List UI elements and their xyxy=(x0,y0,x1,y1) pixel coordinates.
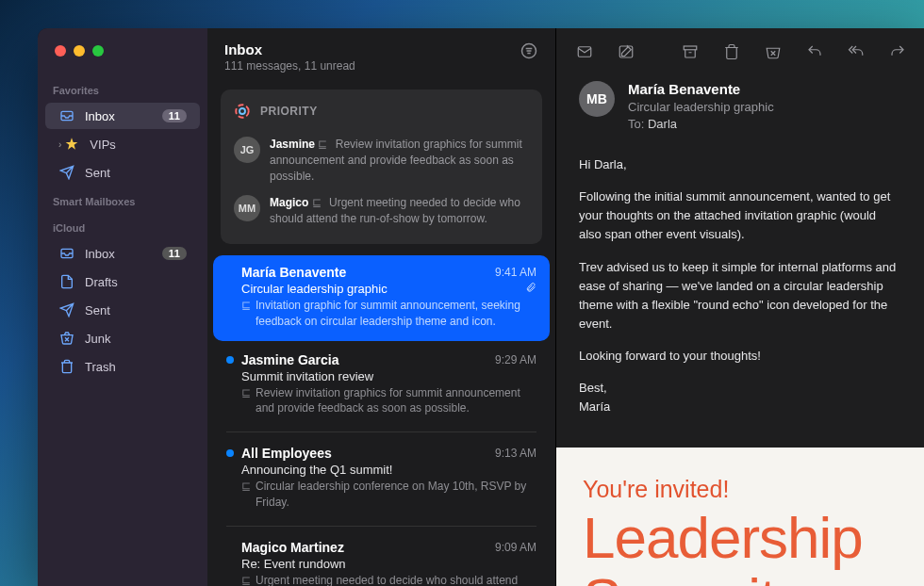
sidebar-item-drafts[interactable]: Drafts xyxy=(45,269,200,295)
priority-icon xyxy=(234,103,251,120)
junk-icon xyxy=(58,330,75,347)
junk-button[interactable] xyxy=(764,43,783,60)
priority-section: PRIORITY JG Jasmine ⊑ Review invitation … xyxy=(221,90,542,244)
sidebar-item-junk[interactable]: Junk xyxy=(45,325,200,351)
graphic-subtitle: You're invited! xyxy=(583,476,898,503)
sidebar-item-label: Inbox xyxy=(85,247,115,261)
maximize-window-button[interactable] xyxy=(92,45,104,57)
message-time: 9:29 AM xyxy=(495,353,536,366)
list-subtitle: 111 messages, 11 unread xyxy=(224,59,355,73)
sidebar-item-label: Junk xyxy=(85,332,110,346)
svg-point-4 xyxy=(239,108,245,114)
reader-toolbar xyxy=(556,28,924,75)
delete-button[interactable] xyxy=(722,43,741,60)
mail-app-window: Favorites Inbox 11 › VIPs Sent Smart Mai… xyxy=(38,28,924,586)
favorites-header: Favorites xyxy=(38,75,207,102)
window-controls xyxy=(38,45,207,75)
unread-indicator xyxy=(226,269,234,276)
sidebar-item-icloud-sent[interactable]: Sent xyxy=(45,297,200,323)
email-attachment-graphic: You're invited! Leadership Summit xyxy=(556,448,924,586)
sidebar: Favorites Inbox 11 › VIPs Sent Smart Mai… xyxy=(38,28,207,586)
message-subject: Circular leadership graphic xyxy=(241,282,536,296)
sidebar-item-trash[interactable]: Trash xyxy=(45,353,200,380)
sidebar-item-vips[interactable]: › VIPs xyxy=(45,131,200,157)
graphic-title: Leadership Summit xyxy=(583,507,898,586)
sent-icon xyxy=(58,164,75,181)
drafts-icon xyxy=(58,273,75,290)
message-preview: ⊑Review invitation graphics for summit a… xyxy=(241,385,536,417)
summary-icon: ⊑ xyxy=(312,196,322,209)
avatar: MM xyxy=(234,195,260,221)
message-subject: Re: Event rundown xyxy=(241,557,536,571)
inbox-icon xyxy=(58,107,75,124)
message-subject: Summit invitation review xyxy=(241,369,536,383)
filter-button[interactable] xyxy=(520,41,538,64)
star-icon xyxy=(63,136,80,153)
unread-indicator xyxy=(226,544,234,551)
sidebar-item-inbox[interactable]: Inbox 11 xyxy=(45,103,200,129)
sender-avatar: MB xyxy=(579,81,615,117)
sidebar-item-label: Sent xyxy=(85,303,110,317)
priority-text: Magico ⊑ Urgent meeting needed to decide… xyxy=(270,195,529,227)
icloud-header: iCloud xyxy=(38,213,207,239)
sidebar-item-icloud-inbox[interactable]: Inbox 11 xyxy=(45,240,200,267)
priority-text: Jasmine ⊑ Review invitation graphics for… xyxy=(270,137,529,184)
avatar: JG xyxy=(234,137,260,163)
priority-label: PRIORITY xyxy=(260,105,318,118)
summary-icon: ⊑ xyxy=(241,479,251,495)
minimize-window-button[interactable] xyxy=(74,45,85,57)
svg-rect-5 xyxy=(578,47,591,57)
unread-indicator xyxy=(226,356,234,364)
unread-badge: 11 xyxy=(162,247,187,260)
mark-unread-button[interactable] xyxy=(575,43,594,60)
summary-icon: ⊑ xyxy=(241,298,251,314)
forward-button[interactable] xyxy=(888,43,907,60)
email-recipients: To: Darla xyxy=(628,117,774,131)
priority-item[interactable]: JG Jasmine ⊑ Review invitation graphics … xyxy=(234,131,529,189)
divider xyxy=(226,526,536,527)
message-preview: ⊑Circular leadership conference on May 1… xyxy=(241,479,536,511)
email-from: María Benavente xyxy=(628,81,774,97)
sidebar-item-label: Trash xyxy=(85,360,116,374)
reply-all-button[interactable] xyxy=(847,43,866,60)
smart-mailboxes-header: Smart Mailboxes xyxy=(38,187,207,213)
reader-pane: MB María Benavente Circular leadership g… xyxy=(556,28,924,586)
email-body: Hi Darla, Following the initial summit a… xyxy=(556,146,924,440)
message-preview: ⊑Invitation graphic for summit announcem… xyxy=(241,298,536,330)
message-item[interactable]: All Employees 9:13 AM Announcing the Q1 … xyxy=(213,436,550,522)
sent-icon xyxy=(58,301,75,318)
inbox-icon xyxy=(58,245,75,262)
message-item[interactable]: Jasmine Garcia 9:29 AM Summit invitation… xyxy=(213,343,550,429)
message-preview: ⊑Urgent meeting needed to decide who sho… xyxy=(241,573,536,586)
archive-button[interactable] xyxy=(681,43,700,60)
email-header: MB María Benavente Circular leadership g… xyxy=(556,75,924,146)
sidebar-item-label: Inbox xyxy=(85,109,115,123)
message-time: 9:09 AM xyxy=(495,541,536,554)
chevron-right-icon: › xyxy=(58,139,61,150)
message-item[interactable]: María Benavente 9:41 AM Circular leaders… xyxy=(213,255,550,341)
email-subject: Circular leadership graphic xyxy=(628,100,774,114)
divider xyxy=(226,431,536,432)
unread-badge: 11 xyxy=(162,109,187,122)
sidebar-item-label: Sent xyxy=(85,166,110,180)
compose-button[interactable] xyxy=(617,43,635,60)
list-title: Inbox xyxy=(224,41,355,57)
close-window-button[interactable] xyxy=(55,45,66,57)
svg-point-3 xyxy=(236,105,249,118)
message-subject: Announcing the Q1 summit! xyxy=(241,463,536,477)
message-list-header: Inbox 111 messages, 11 unread xyxy=(207,28,555,84)
message-item[interactable]: Magico Martinez 9:09 AM Re: Event rundow… xyxy=(213,530,550,586)
message-time: 9:41 AM xyxy=(495,266,536,279)
unread-indicator xyxy=(226,449,234,457)
message-time: 9:13 AM xyxy=(495,447,536,460)
sidebar-item-sent[interactable]: Sent xyxy=(45,159,200,186)
trash-icon xyxy=(58,358,75,375)
summary-icon: ⊑ xyxy=(241,573,251,586)
priority-item[interactable]: MM Magico ⊑ Urgent meeting needed to dec… xyxy=(234,189,529,233)
message-scroll-area[interactable]: María Benavente 9:41 AM Circular leaders… xyxy=(207,250,555,586)
summary-icon: ⊑ xyxy=(318,138,327,151)
sidebar-item-label: VIPs xyxy=(90,138,115,152)
summary-icon: ⊑ xyxy=(241,385,251,401)
message-list-pane: Inbox 111 messages, 11 unread PRIORITY J… xyxy=(207,28,556,586)
reply-button[interactable] xyxy=(805,43,824,60)
